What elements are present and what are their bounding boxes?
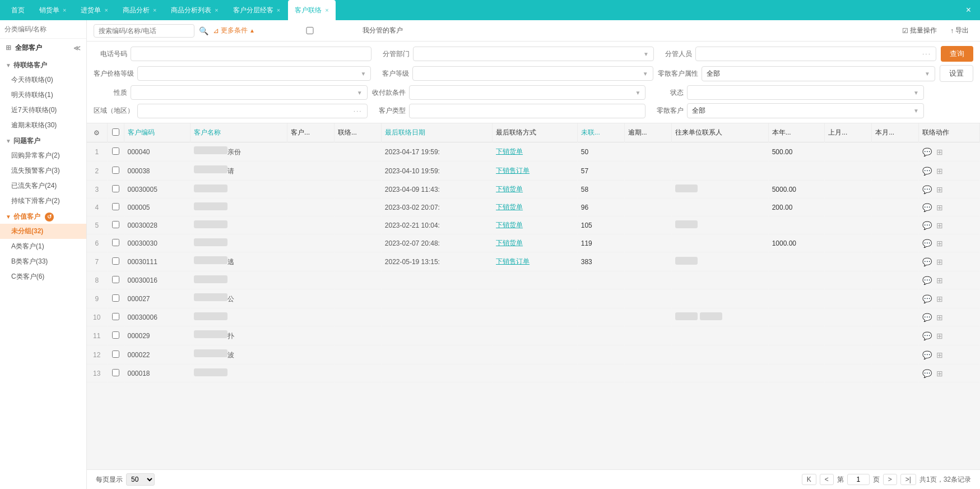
manager-input[interactable]: ··· [695, 47, 936, 61]
cell-last-contact-method[interactable]: 下销售订单 [493, 252, 578, 271]
comment-action-icon[interactable]: 💬 [922, 185, 932, 194]
comment-action-icon[interactable]: 💬 [922, 203, 932, 212]
row-checkbox[interactable] [112, 203, 119, 210]
row-checkbox[interactable] [112, 185, 119, 192]
cell-checkbox[interactable] [107, 234, 124, 252]
cell-last-contact-method[interactable]: 下销货单 [493, 234, 578, 252]
grid-action-icon[interactable]: ⊞ [936, 369, 943, 378]
search-input[interactable] [94, 24, 194, 38]
next-page-button[interactable]: > [883, 474, 897, 485]
prev-page-button[interactable]: < [820, 474, 834, 485]
grid-action-icon[interactable]: ⊞ [936, 185, 943, 194]
grid-action-icon[interactable]: ⊞ [936, 276, 943, 285]
query-button[interactable]: 查询 [941, 46, 973, 62]
tab-customer-segment[interactable]: 客户分层经客 × [226, 0, 287, 20]
comment-action-icon[interactable]: 💬 [922, 167, 932, 176]
customer-level-input[interactable]: ▼ [412, 66, 653, 81]
comment-action-icon[interactable]: 💬 [922, 294, 932, 303]
grid-action-icon[interactable]: ⊞ [936, 203, 943, 212]
cell-checkbox[interactable] [107, 308, 124, 326]
row-checkbox[interactable] [112, 221, 119, 228]
cell-checkbox[interactable] [107, 289, 124, 308]
tab-product-analysis[interactable]: 商品分析 × [116, 0, 163, 20]
status-input[interactable]: ▼ [687, 85, 924, 100]
cell-checkbox[interactable] [107, 326, 124, 345]
sidebar-group-problem[interactable]: ▼ 问题客户 [0, 133, 86, 148]
row-checkbox[interactable] [112, 167, 119, 174]
cell-checkbox[interactable] [107, 345, 124, 365]
th-last-contact-date[interactable]: 最后联络日期 [381, 123, 492, 142]
tab-customer-contact-close[interactable]: × [325, 7, 328, 13]
th-code[interactable]: 客户编码 [124, 123, 190, 142]
grid-action-icon[interactable]: ⊞ [936, 350, 943, 359]
comment-action-icon[interactable]: 💬 [922, 239, 932, 248]
sidebar-group-value[interactable]: ▼ 价值客户 ↺ [0, 209, 86, 224]
gender-input[interactable]: ▼ [131, 85, 368, 100]
search-button[interactable]: 🔍 [199, 26, 208, 35]
row-checkbox[interactable] [112, 147, 119, 155]
row-checkbox[interactable] [112, 350, 119, 358]
cell-checkbox[interactable] [107, 216, 124, 234]
sidebar-item-abnormal[interactable]: 回购异常客户(2) [0, 148, 86, 163]
region-input[interactable]: ··· [137, 104, 368, 118]
sidebar-item-tomorrow[interactable]: 明天待联络(1) [0, 87, 86, 103]
grid-action-icon[interactable]: ⊞ [936, 313, 943, 322]
price-level-input[interactable]: ▼ [137, 66, 371, 81]
cell-last-contact-method[interactable]: 下销售订单 [493, 162, 578, 181]
comment-action-icon[interactable]: 💬 [922, 276, 932, 285]
row-checkbox[interactable] [112, 294, 119, 302]
tab-purchase[interactable]: 进货单 × [74, 0, 114, 20]
sidebar-group-pending[interactable]: ▼ 待联络客户 [0, 57, 86, 72]
sidebar-item-declining[interactable]: 持续下滑客户(2) [0, 193, 86, 209]
row-checkbox[interactable] [112, 239, 119, 246]
more-conditions-button[interactable]: ⊿ 更多条件 ▲ [213, 26, 255, 35]
cell-checkbox[interactable] [107, 365, 124, 382]
grid-action-icon[interactable]: ⊞ [936, 294, 943, 303]
cell-last-contact-method[interactable]: 下销货单 [493, 142, 578, 162]
batch-op-button[interactable]: ☑ 批量操作 [898, 24, 941, 38]
my-customers-checkbox[interactable] [259, 27, 360, 34]
sidebar-item-churn-warn[interactable]: 流失预警客户(3) [0, 163, 86, 178]
collapse-icon[interactable]: ≪ [73, 44, 81, 52]
cell-last-contact-method[interactable]: 下销货单 [493, 181, 578, 199]
my-customers-toggle[interactable]: 我分管的客户 [259, 26, 403, 35]
row-checkbox[interactable] [112, 257, 119, 265]
cell-last-contact-method[interactable]: 下销货单 [493, 216, 578, 234]
tab-purchase-close[interactable]: × [104, 7, 108, 13]
th-no-contact[interactable]: 未联... [577, 123, 624, 142]
tab-product-list-close[interactable]: × [215, 7, 218, 13]
select-all-checkbox[interactable] [112, 128, 119, 136]
comment-action-icon[interactable]: 💬 [922, 257, 932, 266]
tab-customer-contact[interactable]: 客户联络 × [288, 0, 335, 20]
last-page-button[interactable]: >| [900, 474, 916, 485]
cell-checkbox[interactable] [107, 252, 124, 271]
grid-action-icon[interactable]: ⊞ [936, 147, 943, 156]
export-button[interactable]: ↑ 导出 [946, 24, 973, 38]
cell-checkbox[interactable] [107, 199, 124, 216]
row-checkbox[interactable] [112, 331, 119, 339]
cell-checkbox[interactable] [107, 162, 124, 181]
grid-action-icon[interactable]: ⊞ [936, 167, 943, 176]
reset-button[interactable]: 设置 [940, 65, 973, 82]
sidebar-item-overdue[interactable]: 逾期未联络(30) [0, 118, 86, 133]
row-checkbox[interactable] [112, 313, 119, 320]
grid-action-icon[interactable]: ⊞ [936, 221, 943, 230]
grid-action-icon[interactable]: ⊞ [936, 239, 943, 248]
retail-attr-input[interactable]: 全部 ▼ [702, 66, 935, 81]
sidebar-item-today[interactable]: 今天待联络(0) [0, 72, 86, 87]
tab-home[interactable]: 首页 [4, 0, 31, 20]
tab-sales[interactable]: 销货单 × [32, 0, 73, 20]
cell-last-contact-method[interactable]: 下销货单 [493, 199, 578, 216]
comment-action-icon[interactable]: 💬 [922, 147, 932, 156]
page-number-input[interactable] [847, 474, 870, 485]
window-close-button[interactable]: × [962, 5, 976, 15]
sidebar-item-ungrouped[interactable]: 未分组(32) [0, 224, 86, 239]
phone-input[interactable] [131, 47, 371, 61]
dept-input[interactable]: ▼ [413, 47, 654, 61]
sidebar-item-class-a[interactable]: A类客户(1) [0, 239, 86, 254]
cell-checkbox[interactable] [107, 271, 124, 289]
comment-action-icon[interactable]: 💬 [922, 369, 932, 378]
tab-product-list[interactable]: 商品分析列表 × [164, 0, 225, 20]
page-size-select[interactable]: 50 100 200 [126, 473, 155, 486]
tab-customer-segment-close[interactable]: × [277, 7, 280, 13]
